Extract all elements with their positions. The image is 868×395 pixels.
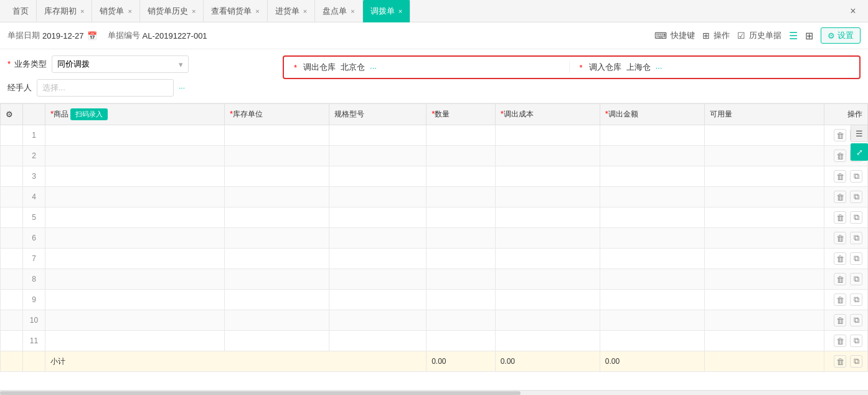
layout-toggle-2[interactable]: ⊞ <box>805 30 813 42</box>
copy-icon[interactable]: ⧉ <box>850 314 862 326</box>
handler-select[interactable]: 选择... <box>37 79 174 97</box>
row-cost-cell[interactable] <box>495 228 600 249</box>
delete-icon[interactable]: 🗑 <box>834 273 846 285</box>
row-cost-cell[interactable] <box>495 207 600 228</box>
row-qty-cell[interactable] <box>427 290 496 310</box>
row-product-cell[interactable] <box>45 207 225 228</box>
delete-icon[interactable]: 🗑 <box>834 129 846 141</box>
row-product-cell[interactable] <box>45 310 225 331</box>
row-qty-cell[interactable] <box>427 310 496 331</box>
row-qty-cell[interactable] <box>427 125 496 146</box>
row-amount-cell[interactable] <box>600 187 704 207</box>
warehouse-out-more-button[interactable]: ··· <box>370 63 377 72</box>
delete-icon[interactable]: 🗑 <box>834 314 846 326</box>
row-amount-cell[interactable] <box>600 125 704 146</box>
row-amount-cell[interactable] <box>600 310 704 331</box>
row-cost-cell[interactable] <box>495 146 600 166</box>
row-unit-cell[interactable] <box>225 187 329 207</box>
copy-icon[interactable]: ⧉ <box>850 232 862 244</box>
handler-more-button[interactable]: ··· <box>179 83 185 92</box>
delete-icon[interactable]: 🗑 <box>834 252 846 265</box>
table-settings-icon[interactable]: ⚙ <box>6 110 13 119</box>
tab-purchase[interactable]: 进货单 × <box>268 0 315 22</box>
row-unit-cell[interactable] <box>225 290 329 310</box>
shortcuts-button[interactable]: ⌨ 快捷键 <box>654 30 695 41</box>
row-product-cell[interactable] <box>45 187 225 207</box>
th-settings[interactable]: ⚙ <box>1 104 23 125</box>
copy-icon[interactable]: ⧉ <box>850 211 862 224</box>
row-spec-cell[interactable] <box>329 146 427 166</box>
row-cost-cell[interactable] <box>495 269 600 290</box>
delete-icon[interactable]: 🗑 <box>834 150 846 162</box>
tab-sales-history-close[interactable]: × <box>192 7 196 15</box>
row-unit-cell[interactable] <box>225 269 329 290</box>
tab-view-sales[interactable]: 查看销货单 × <box>204 0 267 22</box>
row-spec-cell[interactable] <box>329 228 427 249</box>
row-qty-cell[interactable] <box>427 166 496 187</box>
tab-view-sales-close[interactable]: × <box>255 7 259 15</box>
row-amount-cell[interactable] <box>600 290 704 310</box>
row-spec-cell[interactable] <box>329 207 427 228</box>
row-cost-cell[interactable] <box>495 187 600 207</box>
row-spec-cell[interactable] <box>329 166 427 187</box>
sidebar-expand-icon[interactable]: ⤢ <box>851 143 868 161</box>
row-product-cell[interactable] <box>45 290 225 310</box>
row-unit-cell[interactable] <box>225 310 329 331</box>
row-unit-cell[interactable] <box>225 331 329 351</box>
layout-toggle-1[interactable]: ☰ <box>789 30 798 42</box>
row-qty-cell[interactable] <box>427 228 496 249</box>
copy-icon[interactable]: ⧉ <box>850 273 862 285</box>
row-amount-cell[interactable] <box>600 166 704 187</box>
tab-sales-order[interactable]: 销货单 × <box>92 0 139 22</box>
row-cost-cell[interactable] <box>495 166 600 187</box>
row-cost-cell[interactable] <box>495 125 600 146</box>
row-qty-cell[interactable] <box>427 187 496 207</box>
row-unit-cell[interactable] <box>225 166 329 187</box>
row-spec-cell[interactable] <box>329 269 427 290</box>
row-amount-cell[interactable] <box>600 269 704 290</box>
row-cost-cell[interactable] <box>495 310 600 331</box>
table-wrap[interactable]: ⚙ *商品 扫码录入 *库存单位 规格型号 *数量 <box>0 103 868 390</box>
window-close-button[interactable]: × <box>843 1 863 21</box>
row-amount-cell[interactable] <box>600 146 704 166</box>
calendar-icon[interactable]: 📅 <box>87 30 98 41</box>
row-product-cell[interactable] <box>45 228 225 249</box>
row-qty-cell[interactable] <box>427 331 496 351</box>
row-product-cell[interactable] <box>45 125 225 146</box>
tab-inventory-init-close[interactable]: × <box>80 7 84 15</box>
row-product-cell[interactable] <box>45 269 225 290</box>
row-amount-cell[interactable] <box>600 228 704 249</box>
row-spec-cell[interactable] <box>329 310 427 331</box>
delete-icon[interactable]: 🗑 <box>834 232 846 244</box>
copy-icon[interactable]: ⧉ <box>850 293 862 306</box>
tab-transfer-close[interactable]: × <box>399 7 402 15</box>
row-cost-cell[interactable] <box>495 290 600 310</box>
delete-icon[interactable]: 🗑 <box>834 211 846 224</box>
row-unit-cell[interactable] <box>225 146 329 166</box>
row-spec-cell[interactable] <box>329 290 427 310</box>
copy-icon[interactable]: ⧉ <box>850 252 862 265</box>
tab-home[interactable]: 首页 <box>5 0 37 22</box>
tab-transfer[interactable]: 调拨单 × <box>363 0 410 22</box>
copy-icon[interactable]: ⧉ <box>850 170 862 183</box>
tab-inventory-check[interactable]: 盘点单 × <box>315 0 362 22</box>
tab-sales-history[interactable]: 销货单历史 × <box>140 0 204 22</box>
row-amount-cell[interactable] <box>600 331 704 351</box>
copy-icon[interactable]: ⧉ <box>850 335 862 347</box>
scrollbar-thumb[interactable] <box>0 391 521 395</box>
warehouse-in-more-button[interactable]: ··· <box>656 63 663 72</box>
row-product-cell[interactable] <box>45 331 225 351</box>
row-spec-cell[interactable] <box>329 331 427 351</box>
row-product-cell[interactable] <box>45 146 225 166</box>
copy-icon[interactable]: ⧉ <box>850 191 862 203</box>
row-qty-cell[interactable] <box>427 207 496 228</box>
row-unit-cell[interactable] <box>225 207 329 228</box>
row-unit-cell[interactable] <box>225 249 329 269</box>
row-product-cell[interactable] <box>45 249 225 269</box>
delete-icon[interactable]: 🗑 <box>834 293 846 306</box>
tab-purchase-close[interactable]: × <box>303 7 307 15</box>
delete-icon[interactable]: 🗑 <box>834 170 846 183</box>
sidebar-list-icon[interactable]: ☰ <box>851 125 868 142</box>
row-qty-cell[interactable] <box>427 249 496 269</box>
row-spec-cell[interactable] <box>329 187 427 207</box>
